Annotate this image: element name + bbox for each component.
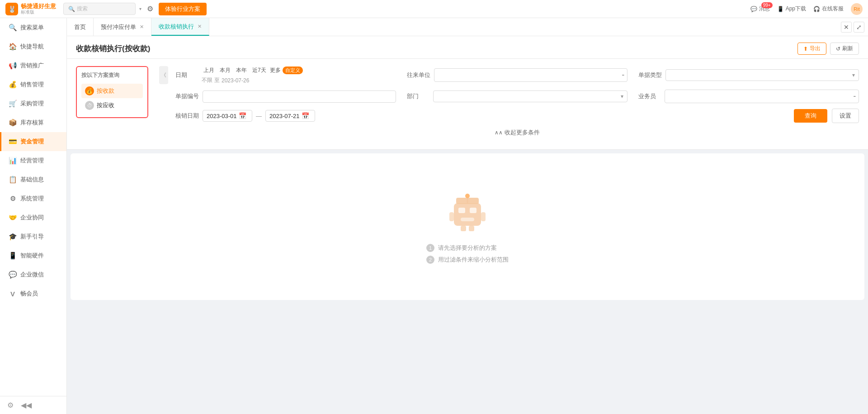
date-filter-field: 日期 上月 本月 本年 近7天 更多 自定义: [175, 66, 396, 84]
online-service-item[interactable]: 🎧 在线客服: [813, 5, 844, 13]
date-shortcut-last-month[interactable]: 上月: [202, 66, 216, 75]
sidebar-item-label: 企业协同: [20, 214, 44, 222]
purchase-icon: 🛒: [9, 100, 17, 108]
tab-close-all-btn[interactable]: ✕: [841, 22, 852, 33]
sidebar-item-marketing[interactable]: 📢 营销推广: [0, 56, 66, 75]
svg-rect-1: [458, 208, 465, 213]
sidebar-item-quick-nav[interactable]: 🏠 快捷导航: [0, 37, 66, 56]
tab-receipt-close-icon[interactable]: ✕: [198, 24, 202, 29]
date-to-text: 至: [214, 76, 220, 84]
app-download-item[interactable]: 📱 App下载: [777, 5, 806, 13]
page-header: 收款核销执行(按收款) ⬆ 导出 ↺ 刷新: [67, 36, 868, 59]
salesperson-select[interactable]: ···: [665, 90, 859, 103]
inventory-icon: 📦: [9, 119, 17, 127]
sidebar-item-label: 快捷导航: [20, 43, 44, 51]
header-dropdown-arrow[interactable]: ▾: [139, 6, 142, 11]
search-icon: 🔍: [68, 6, 75, 12]
date-more-btn[interactable]: 更多: [270, 67, 281, 74]
tab-home[interactable]: 首页: [67, 18, 94, 36]
date-shortcut-7days[interactable]: 近7天: [250, 66, 268, 75]
page-content: 收款核销执行(按收款) ⬆ 导出 ↺ 刷新 按以: [67, 36, 868, 414]
sidebar-item-finance[interactable]: 💳 资金管理: [0, 132, 66, 151]
main-layout: 🔍 搜索菜单 🏠 快捷导航 📢 营销推广 💰 销售管理 🛒 采购管理 📦 库存核…: [0, 18, 868, 414]
dept-select-arrow: ▾: [621, 93, 623, 100]
message-icon: 💬: [750, 6, 757, 12]
sidebar-item-wechat[interactable]: 💬 企业微信: [0, 265, 66, 284]
header-search-box[interactable]: 🔍 搜索: [63, 3, 136, 15]
sidebar-item-basic-info[interactable]: 📋 基础信息: [0, 170, 66, 189]
collapse-more-btn[interactable]: ∧∧ 收起更多条件: [175, 128, 859, 137]
message-badge-item[interactable]: 💬 消息 99+: [750, 5, 770, 13]
tab-expand-btn[interactable]: ⤢: [854, 22, 864, 33]
sales-icon: 💰: [9, 81, 17, 89]
sidebar-settings-icon[interactable]: ⚙: [7, 401, 14, 409]
empty-tip-1-text: 请先选择要分析的方案: [438, 244, 497, 252]
enterprise-icon: 🤝: [9, 214, 17, 222]
sidebar-item-system[interactable]: ⚙ 系统管理: [0, 189, 66, 208]
query-button[interactable]: 查询: [794, 109, 827, 123]
empty-tips: 1 请先选择要分析的方案 2 用过滤条件来缩小分析范围: [426, 244, 509, 264]
collapse-more-label: 收起更多条件: [505, 128, 540, 137]
sidebar-item-search[interactable]: 🔍 搜索菜单: [0, 18, 66, 37]
sidebar-item-label: 基础信息: [20, 176, 44, 184]
by-receivable-icon: ⏱: [85, 101, 94, 110]
header-gear-icon[interactable]: ⚙: [147, 5, 153, 13]
tab-prepay-writeoff[interactable]: 预付冲应付单 ✕: [94, 18, 151, 36]
svg-rect-4: [449, 212, 454, 221]
sidebar-item-sales[interactable]: 💰 销售管理: [0, 75, 66, 94]
filter-action-buttons: 查询 设置: [638, 109, 859, 123]
dept-label: 部门: [407, 92, 429, 100]
writeoff-end-value: 2023-07-21: [269, 113, 300, 119]
by-receipt-label: 按收款: [97, 87, 114, 95]
filter-panel-title: 按以下方案查询: [81, 71, 143, 79]
writeoff-date-separator: —: [256, 113, 262, 119]
sidebar-item-purchase[interactable]: 🛒 采购管理: [0, 94, 66, 113]
filter-option-by-receipt[interactable]: 💰 按收款: [81, 84, 143, 98]
search-menu-icon: 🔍: [9, 24, 17, 32]
setting-button[interactable]: 设置: [832, 109, 859, 123]
sidebar-item-enterprise[interactable]: 🤝 企业协同: [0, 208, 66, 227]
counterpart-filter-field: 往来单位 ···: [407, 66, 627, 84]
search-placeholder: 搜索: [77, 5, 88, 13]
date-shortcut-this-month[interactable]: 本月: [218, 66, 232, 75]
tab-receipt-writeoff[interactable]: 收款核销执行 ✕: [151, 18, 209, 36]
user-avatar[interactable]: Rit: [851, 3, 863, 15]
logo-area: 🐰 畅捷通好生意 标准版: [5, 3, 56, 15]
dept-select[interactable]: ▾: [433, 90, 627, 102]
quick-nav-icon: 🏠: [9, 43, 17, 51]
empty-state: 1 请先选择要分析的方案 2 用过滤条件来缩小分析范围: [71, 153, 864, 300]
sidebar-item-label: 系统管理: [20, 195, 44, 203]
writeoff-date-end-input[interactable]: 2023-07-21 📅: [265, 110, 315, 122]
writeoff-date-label: 核销日期: [175, 112, 199, 120]
solution-button[interactable]: 体验行业方案: [159, 3, 207, 15]
app-download-label: App下载: [786, 5, 806, 13]
writeoff-date-start-input[interactable]: 2023-03-01 📅: [203, 110, 252, 122]
bill-type-select[interactable]: ▾: [665, 69, 859, 81]
sidebar-item-inventory[interactable]: 📦 库存核算: [0, 113, 66, 132]
sidebar-collapse-icon[interactable]: ◀◀: [21, 401, 32, 409]
panel-collapse-btn[interactable]: 《: [159, 66, 168, 84]
collapse-chevron-icon: ∧∧: [495, 129, 503, 136]
date-custom-badge[interactable]: 自定义: [283, 67, 303, 74]
sidebar-item-label: 销售管理: [20, 81, 44, 89]
logo-icon: 🐰: [5, 3, 18, 15]
counterpart-select[interactable]: ···: [434, 68, 627, 82]
page-title: 收款核销执行(按收款): [76, 43, 150, 54]
refresh-button[interactable]: ↺ 刷新: [830, 43, 859, 55]
tab-prepay-close-icon[interactable]: ✕: [140, 24, 144, 30]
sidebar-item-operations[interactable]: 📊 经营管理: [0, 151, 66, 170]
top-header: 🐰 畅捷通好生意 标准版 🔍 搜索 ▾ ⚙ 体验行业方案 💬 消息 99+ 📱 …: [0, 0, 868, 18]
logo-sub-text: 标准版: [21, 10, 56, 15]
sidebar-item-label: 智能硬件: [20, 252, 44, 260]
wechat-icon: 💬: [9, 271, 17, 279]
sidebar-item-label: 采购管理: [20, 100, 44, 108]
bill-no-input[interactable]: [203, 90, 396, 103]
export-button[interactable]: ⬆ 导出: [797, 43, 826, 55]
sidebar-item-vip[interactable]: V 畅会员: [0, 284, 66, 303]
sidebar-item-smart-hardware[interactable]: 📱 智能硬件: [0, 246, 66, 265]
logo-main-text: 畅捷通好生意: [21, 3, 56, 10]
date-shortcut-this-year[interactable]: 本年: [234, 66, 249, 75]
guide-icon: 🎓: [9, 233, 17, 241]
sidebar-item-guide[interactable]: 🎓 新手引导: [0, 227, 66, 246]
filter-option-by-receivable[interactable]: ⏱ 按应收: [81, 98, 143, 113]
